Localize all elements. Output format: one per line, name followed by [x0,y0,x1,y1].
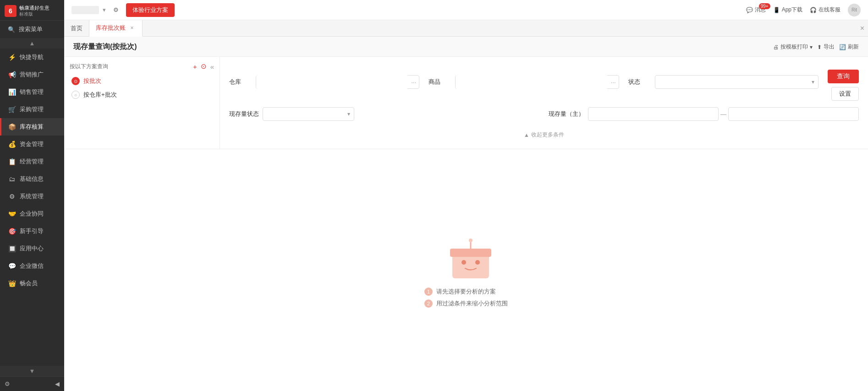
system-icon: ⚙ [8,192,16,201]
sidebar-item-basic[interactable]: 🗂 基础信息 [0,170,64,188]
plan-item-batch[interactable]: ⊙ 按批次 [64,74,220,88]
sidebar-item-newbie[interactable]: 🎯 新手引导 [0,223,64,240]
online-service-btn[interactable]: 🎧 在线客服 [810,6,841,14]
content-area: 现存量查询(按批次) 🖨 按模板打印 ▾ ⬆ 导出 🔄 刷新 [64,37,868,391]
topbar-settings-btn[interactable]: ⚙ [110,4,122,16]
tab-close-btn[interactable]: × [128,24,136,32]
logo-icon: 6 [5,5,16,17]
qty-range-from[interactable] [588,107,719,121]
inventory-qty-label: 现存量（主） [549,110,584,118]
warehouse-more-btn[interactable]: ··· [408,79,419,86]
sidebar-item-label: 销售管理 [20,88,44,96]
hint-text-2: 用过滤条件来缩小分析范围 [436,299,508,308]
close-icon[interactable]: × [128,24,136,32]
qty-range: — [588,107,859,121]
operation-icon: 📋 [8,157,16,166]
refresh-label: 刷新 [848,43,859,51]
inventory-status-select[interactable]: ▾ [263,107,354,121]
sidebar-item-wechat[interactable]: 💬 企业微信 [0,257,64,275]
warehouse-input[interactable] [256,75,408,89]
add-plan-btn[interactable]: + [193,63,197,71]
sidebar-header: 6 畅康通好生意 标准版 [0,0,64,21]
sidebar-item-marketing[interactable]: 📢 营销推广 [0,66,64,83]
sidebar-item-label: 畅会员 [20,279,38,288]
sidebar-item-sales[interactable]: 📊 销售管理 [0,83,64,101]
refresh-icon: 🔄 [839,44,846,50]
empty-state-area: 1 请先选择要分析的方案 2 用过滤条件来缩小分析范围 [64,149,868,391]
plan-item-warehouse-batch[interactable]: ○ 按仓库+批次 [64,88,220,102]
tabs-bar: 首页 库存批次账 × × [64,20,868,37]
status-select[interactable]: ▾ [655,75,819,89]
user-avatar: Rit [848,4,861,16]
message-btn[interactable]: 💬 消息 99+ [746,6,766,14]
sidebar-item-label: 经营管理 [20,157,44,166]
search-menu[interactable]: 🔍 搜索菜单 [0,21,64,38]
user-menu-btn[interactable]: Rit [848,4,861,16]
plan-settings-btn[interactable]: ⊙ [201,62,207,71]
sidebar-collapse-btn[interactable]: ◀ [55,380,60,387]
empty-svg [443,233,498,283]
export-icon: ⬆ [817,44,822,50]
app-logo: 6 畅康通好生意 标准版 [5,5,60,17]
print-btn[interactable]: 🖨 按模板打印 ▾ [773,43,813,51]
sidebar-settings-btn[interactable]: ⚙ [5,380,10,387]
sidebar-scroll-down[interactable]: ▼ [0,366,64,376]
product-label: 商品 [429,78,451,86]
sidebar-item-purchase[interactable]: 🛒 采购管理 [0,101,64,118]
svg-point-3 [475,260,480,265]
edition-label: 标准版 [19,11,49,17]
sidebar-item-system[interactable]: ⚙ 系统管理 [0,188,64,205]
range-separator: — [720,111,726,118]
plan-warehouse-batch-label: 按仓库+批次 [83,91,117,99]
collapse-more-label: 收起更多条件 [531,131,564,139]
page-header: 现存量查询(按批次) 🖨 按模板打印 ▾ ⬆ 导出 🔄 刷新 [64,37,868,57]
export-btn[interactable]: ⬆ 导出 [817,43,835,51]
filter-settings-btn[interactable]: 设置 [831,87,859,101]
enterprise-icon: 🤝 [8,210,16,218]
app-download-btn[interactable]: 📱 App下载 [773,6,802,14]
breadcrumb-text [71,6,99,14]
filter-top-btns: 查询 设置 [828,63,859,101]
collapse-more-btn[interactable]: ▲ 收起更多条件 [229,127,859,142]
gear-icon: ⚙ [113,6,119,13]
sidebar-item-label: 快捷导航 [20,53,44,61]
service-icon: 🎧 [810,7,817,13]
sales-icon: 📊 [8,88,16,96]
tab-home[interactable]: 首页 [64,20,89,37]
sidebar-bottom: ⚙ ◀ [0,376,64,391]
print-label: 按模板打印 [780,43,808,51]
collapse-icon: ◀ [55,380,60,387]
topbar: ▾ ⚙ 体验行业方案 💬 消息 99+ 📱 App下载 🎧 在线客服 [64,0,868,20]
sidebar-item-shortcut[interactable]: ⚡ 快捷导航 [0,49,64,66]
hint-num-2: 2 [424,299,433,308]
sidebar-item-inventory[interactable]: 📦 库存核算 [0,118,64,136]
trial-industry-btn[interactable]: 体验行业方案 [126,3,175,17]
product-more-btn[interactable]: ··· [608,79,619,86]
logo-text-block: 畅康通好生意 标准版 [19,5,49,17]
appstore-icon: 🔲 [8,244,16,253]
active-tab-label: 库存批次账 [96,24,126,32]
sidebar-scroll-up[interactable]: ▲ [0,38,64,49]
empty-hint-1: 1 请先选择要分析的方案 [424,288,508,296]
message-icon: 💬 [746,7,753,13]
warehouse-label: 仓库 [229,78,252,86]
product-input[interactable] [456,75,608,89]
search-menu-label: 搜索菜单 [19,25,43,33]
plan-batch-label: 按批次 [83,77,101,85]
plan-active-icon: ⊙ [71,77,80,85]
qty-range-to[interactable] [728,107,859,121]
sidebar-item-finance[interactable]: 💰 资金管理 [0,136,64,153]
refresh-btn[interactable]: 🔄 刷新 [839,43,859,51]
sidebar-item-appstore[interactable]: 🔲 应用中心 [0,240,64,257]
member-icon: 👑 [8,279,16,288]
empty-hints: 1 请先选择要分析的方案 2 用过滤条件来缩小分析范围 [424,288,508,308]
sidebar-item-member[interactable]: 👑 畅会员 [0,275,64,292]
company-name: 畅康通好生意 [19,5,49,11]
query-btn[interactable]: 查询 [828,70,859,83]
sidebar-item-operation[interactable]: 📋 经营管理 [0,153,64,170]
tab-inventory-batch[interactable]: 库存批次账 × [89,20,143,37]
sidebar-item-enterprise[interactable]: 🤝 企业协同 [0,205,64,223]
collapse-panel-btn[interactable]: « [210,63,214,71]
topbar-dropdown-btn[interactable]: ▾ [103,6,106,13]
tabs-close-all-btn[interactable]: × [860,24,864,33]
